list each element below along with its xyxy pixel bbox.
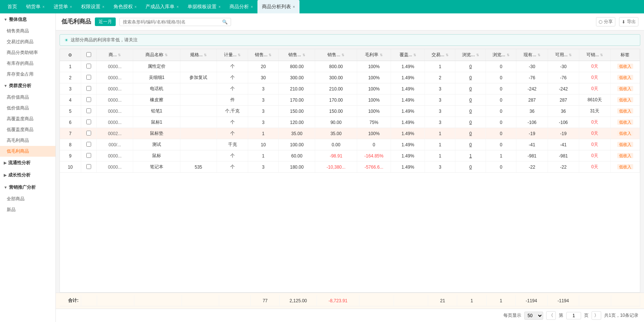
- row-checkbox[interactable]: [86, 119, 91, 124]
- cell-name[interactable]: 鼠标垫: [133, 128, 180, 139]
- sort-icon[interactable]: ⇅: [413, 53, 416, 57]
- sidebar-item-category-rate[interactable]: 商品分类助销率: [0, 47, 55, 58]
- cell-checkbox[interactable]: [81, 106, 96, 117]
- sidebar-item-stock-products[interactable]: 有库存的商品: [0, 58, 55, 69]
- close-icon[interactable]: ×: [218, 5, 221, 9]
- close-icon[interactable]: ×: [293, 5, 295, 9]
- sort-icon[interactable]: ⇅: [204, 53, 207, 57]
- nav-home[interactable]: 首页: [3, 0, 22, 13]
- sidebar-group-marketing[interactable]: ▼ 营销推广分析: [0, 181, 55, 194]
- sidebar-item-high-value[interactable]: 高价值商品: [0, 92, 55, 103]
- row-checkbox[interactable]: [86, 108, 91, 113]
- sidebar-group-growth[interactable]: ▶ 成长性分析: [0, 169, 55, 181]
- close-icon[interactable]: ×: [135, 5, 137, 9]
- cell-checkbox[interactable]: [81, 150, 96, 162]
- row-checkbox[interactable]: [86, 97, 91, 102]
- sort-icon[interactable]: ⇅: [507, 53, 510, 57]
- page-number-input[interactable]: [566, 312, 581, 319]
- nav-product-analysis-list[interactable]: 商品分析列表 ×: [257, 0, 299, 13]
- next-page-button[interactable]: 〉: [592, 311, 601, 320]
- row-checkbox[interactable]: [86, 164, 91, 169]
- cell-view1[interactable]: 1: [455, 150, 486, 162]
- cell-view1[interactable]: 0: [455, 162, 486, 173]
- sort-icon[interactable]: ⇅: [118, 53, 121, 57]
- sort-icon[interactable]: ⇅: [538, 53, 541, 57]
- filter-btn[interactable]: 近一月: [95, 17, 116, 26]
- row-checkbox[interactable]: [86, 86, 91, 91]
- close-icon[interactable]: ×: [42, 5, 45, 9]
- close-icon[interactable]: ×: [102, 5, 105, 9]
- nav-product-analysis[interactable]: 商品分析 ×: [225, 0, 257, 13]
- cell-checkbox[interactable]: [81, 72, 96, 83]
- cell-name[interactable]: 鼠标: [133, 150, 180, 162]
- sort-icon[interactable]: ⇅: [342, 53, 345, 57]
- sort-icon[interactable]: ⇅: [269, 53, 272, 57]
- sidebar-item-all-products[interactable]: 全部商品: [0, 194, 55, 204]
- cell-view1[interactable]: 0: [455, 139, 486, 150]
- cell-name[interactable]: 电话机: [133, 83, 180, 95]
- cell-view1[interactable]: 0: [455, 72, 486, 83]
- cell-view1[interactable]: 0: [455, 106, 486, 117]
- cell-name[interactable]: 笔记本: [133, 162, 180, 173]
- close-icon[interactable]: ×: [251, 5, 253, 9]
- cell-checkbox[interactable]: [81, 95, 96, 106]
- sidebar-item-traded-products[interactable]: 交易过的商品: [0, 36, 55, 47]
- sidebar-item-high-margin[interactable]: 高毛利商品: [0, 135, 55, 146]
- cell-name[interactable]: 铅笔1: [133, 106, 180, 117]
- sort-icon[interactable]: ⇅: [302, 53, 305, 57]
- sidebar-item-low-value[interactable]: 低价值商品: [0, 103, 55, 114]
- cell-checkbox[interactable]: [81, 83, 96, 95]
- cell-checkbox[interactable]: [81, 162, 96, 173]
- cell-view1[interactable]: 0: [455, 128, 486, 139]
- cell-checkbox[interactable]: [81, 117, 96, 128]
- nav-permission[interactable]: 权限设置 ×: [77, 0, 109, 13]
- nav-sales-order[interactable]: 销货单 ×: [22, 0, 49, 13]
- sidebar-group-overall[interactable]: ▼ 整体信息: [0, 13, 55, 26]
- cell-view1[interactable]: 0: [455, 117, 486, 128]
- row-checkbox[interactable]: [86, 153, 91, 158]
- sidebar-item-high-coverage[interactable]: 高覆盖度商品: [0, 114, 55, 124]
- nav-role[interactable]: 角色授权 ×: [109, 0, 141, 13]
- sidebar-group-cluster[interactable]: ▼ 类群度分析: [0, 80, 55, 92]
- search-input[interactable]: [123, 19, 220, 25]
- cell-name[interactable]: 橡皮擦: [133, 95, 180, 106]
- cell-view1[interactable]: 0: [455, 83, 486, 95]
- cell-name[interactable]: 属性定价: [133, 61, 180, 72]
- sort-icon[interactable]: ⇅: [569, 53, 572, 57]
- sort-icon[interactable]: ⇅: [380, 53, 383, 57]
- cell-view1[interactable]: 0: [455, 61, 486, 72]
- search-icon[interactable]: 🔍: [222, 19, 228, 25]
- sort-icon[interactable]: ⇅: [600, 53, 603, 57]
- nav-purchase-order[interactable]: 进货单 ×: [49, 0, 77, 13]
- sidebar-item-stock-capital[interactable]: 库存资金占用: [0, 69, 55, 80]
- prev-page-button[interactable]: 〈: [546, 311, 556, 320]
- sidebar-item-low-coverage[interactable]: 低覆盖度商品: [0, 124, 55, 135]
- sidebar-item-new-products[interactable]: 新品: [0, 204, 55, 215]
- sidebar-item-low-margin[interactable]: 低毛利商品: [0, 146, 55, 157]
- cell-checkbox[interactable]: [81, 61, 96, 72]
- sort-icon[interactable]: ⇅: [165, 53, 168, 57]
- sidebar-group-circulation[interactable]: ▶ 流通性分析: [0, 157, 55, 169]
- cell-checkbox[interactable]: [81, 128, 96, 139]
- sort-icon[interactable]: ⇅: [476, 53, 479, 57]
- cell-name[interactable]: 测试: [133, 139, 180, 150]
- row-checkbox[interactable]: [86, 142, 91, 147]
- row-checkbox[interactable]: [86, 75, 91, 80]
- cell-view1[interactable]: 0: [455, 95, 486, 106]
- th-checkbox[interactable]: [81, 49, 96, 61]
- th-settings[interactable]: ⚙: [60, 49, 81, 61]
- nav-product-stock[interactable]: 产成品入库单 ×: [141, 0, 183, 13]
- per-page-select[interactable]: 50 100 200: [524, 312, 543, 320]
- sort-icon[interactable]: ⇅: [446, 53, 449, 57]
- row-checkbox[interactable]: [86, 64, 91, 68]
- cell-name[interactable]: 鼠标1: [133, 117, 180, 128]
- export-button[interactable]: ⬇ 导出: [619, 17, 638, 26]
- cell-checkbox[interactable]: [81, 139, 96, 150]
- nav-template[interactable]: 单据模板设置 ×: [183, 0, 225, 13]
- sort-icon[interactable]: ⇅: [238, 53, 241, 57]
- sidebar-item-sales-products[interactable]: 销售类商品: [0, 26, 55, 36]
- close-icon[interactable]: ×: [176, 5, 179, 9]
- close-icon[interactable]: ×: [70, 5, 72, 9]
- share-button[interactable]: ⬡ 分享: [596, 17, 615, 26]
- cell-name[interactable]: 吴细细1: [133, 72, 180, 83]
